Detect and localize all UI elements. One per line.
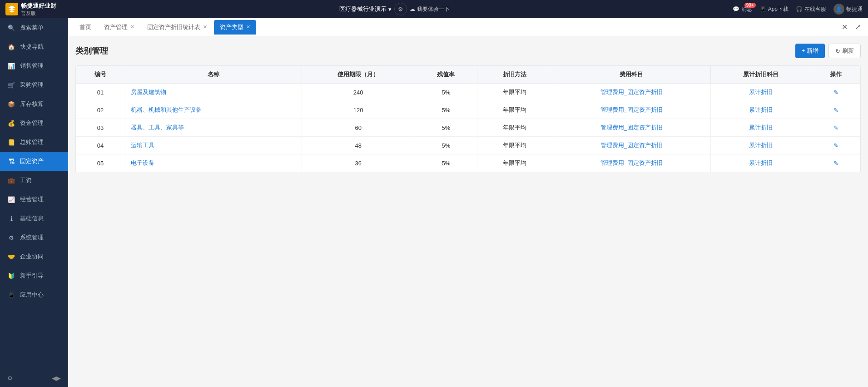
sidebar-label-appcenter: 应用中心 [20,291,44,299]
sidebar-item-enterprise[interactable]: 🤝 企业协同 [0,247,68,266]
tab-depreciation[interactable]: 固定资产折旧统计表 ✕ [141,20,213,35]
cell-name-2: 器具、工具、家具等 [125,119,302,137]
sidebar-item-fixed[interactable]: 🏗 固定资产 [0,152,68,171]
tab-asset-mgmt[interactable]: 资产管理 ✕ [98,20,140,35]
cell-accumulated-1: 累计折旧 [710,101,811,119]
table-row: 03 器具、工具、家具等 60 5% 年限平均 管理费用_固定资产折旧 累计折旧… [76,119,860,137]
cell-period-4: 36 [302,154,415,172]
edit-btn-0[interactable]: ✎ [833,89,838,96]
user-area[interactable]: 👤 畅捷通 [833,4,863,15]
home-icon: 🏠 [7,43,15,51]
ledger-icon: 📒 [7,138,15,146]
inventory-icon: 📦 [7,100,15,108]
top-bar-center: 医疗器械行业演示 ▾ ⚙ ☁ 我要体验一下 [339,3,450,15]
sidebar-item-salary[interactable]: 💼 工资 [0,171,68,190]
cell-expense-3: 管理费用_固定资产折旧 [552,137,710,154]
col-id: 编号 [76,66,125,84]
sidebar-item-guide[interactable]: 🔰 新手引导 [0,266,68,285]
sidebar-item-inventory[interactable]: 📦 库存核算 [0,94,68,114]
cell-period-3: 48 [302,137,415,154]
sidebar-item-quicknav[interactable]: 🏠 快捷导航 [0,37,68,56]
sidebar-item-appcenter[interactable]: 📱 应用中心 [0,285,68,304]
cell-expense-4: 管理费用_固定资产折旧 [552,154,710,172]
sidebar-item-capital[interactable]: 💰 资金管理 [0,114,68,133]
tab-close-btn[interactable]: ✕ [840,21,849,33]
col-residual: 残值率 [415,66,477,84]
page-actions: + 新增 ↻ 刷新 [795,44,861,58]
guide-icon: 🔰 [7,272,15,280]
cell-name-3: 运输工具 [125,137,302,154]
cell-action-4[interactable]: ✎ [811,154,860,172]
online-service-btn[interactable]: 🎧 在线客服 [796,5,826,13]
tab-asset-mgmt-close[interactable]: ✕ [130,24,134,30]
settings-icon[interactable]: ⚙ [394,3,407,15]
cell-method-3: 年限平均 [477,137,552,154]
top-bar-left: 畅捷通好业财 普及版 [5,2,56,17]
col-action: 操作 [811,66,860,84]
sidebar-item-system[interactable]: ⚙ 系统管理 [0,228,68,247]
edit-btn-2[interactable]: ✎ [833,124,838,131]
sidebar-item-operation[interactable]: 📈 经营管理 [0,190,68,209]
salary-icon: 💼 [7,176,15,184]
cloud-icon: ☁ [410,6,415,12]
tab-asset-type[interactable]: 资产类型 ✕ [214,20,256,35]
cell-action-3[interactable]: ✎ [811,137,860,154]
top-bar-right: 💬 消息 99+ 📱 App下载 🎧 在线客服 👤 畅捷通 [733,4,863,15]
system-icon: ⚙ [7,233,15,242]
cell-period-0: 240 [302,84,415,101]
edit-btn-1[interactable]: ✎ [833,107,838,114]
cell-expense-1: 管理费用_固定资产折旧 [552,101,710,119]
sidebar-item-purchase[interactable]: 🛒 采购管理 [0,75,68,94]
sidebar-item-search[interactable]: 🔍 搜索菜单 [0,18,68,37]
refresh-btn[interactable]: ↻ 刷新 [828,44,861,58]
table-row: 05 电子设备 36 5% 年限平均 管理费用_固定资产折旧 累计折旧 ✎ [76,154,860,172]
capital-icon: 💰 [7,119,15,127]
message-badge: 99+ [744,3,756,8]
cell-method-1: 年限平均 [477,101,552,119]
app-name: 畅捷通好业财 [21,2,56,10]
experience-btn[interactable]: ☁ 我要体验一下 [410,5,450,13]
sidebar-label-inventory: 库存核算 [20,100,44,108]
sidebar-label-purchase: 采购管理 [20,81,44,89]
message-icon: 💬 [733,6,739,12]
cell-name-0: 房屋及建筑物 [125,84,302,101]
enterprise-icon: 🤝 [7,253,15,261]
cell-method-0: 年限平均 [477,84,552,101]
basic-icon: ℹ [7,214,15,223]
sidebar-item-ledger[interactable]: 📒 总账管理 [0,133,68,152]
tab-asset-type-close[interactable]: ✕ [246,24,250,30]
cell-id-2: 03 [76,119,125,137]
col-method: 折旧方法 [477,66,552,84]
message-btn[interactable]: 💬 消息 99+ [733,5,752,13]
cell-action-1[interactable]: ✎ [811,101,860,119]
tab-home[interactable]: 首页 [74,20,97,35]
online-service-label: 在线客服 [804,5,826,13]
tab-depreciation-label: 固定资产折旧统计表 [147,23,200,31]
tab-depreciation-close[interactable]: ✕ [203,24,207,30]
download-icon: 📱 [759,6,766,12]
edit-btn-3[interactable]: ✎ [833,142,838,149]
tab-expand-btn[interactable]: ⤢ [853,21,863,33]
sidebar-collapse-btn[interactable]: ◀▶ [50,373,63,383]
cell-action-0[interactable]: ✎ [811,84,860,101]
cell-id-4: 05 [76,154,125,172]
cell-name-1: 机器、机械和其他生产设备 [125,101,302,119]
sidebar-settings-btn[interactable]: ⚙ [5,373,15,383]
fixed-icon: 🏗 [7,157,15,165]
dropdown-icon: ▾ [388,6,392,13]
page-content: 类别管理 + 新增 ↻ 刷新 编号 名称 使用期限（月） [68,36,868,387]
top-bar: 畅捷通好业财 普及版 医疗器械行业演示 ▾ ⚙ ☁ 我要体验一下 💬 消息 99… [0,0,868,18]
sidebar-label-system: 系统管理 [20,233,44,242]
edit-btn-4[interactable]: ✎ [833,160,838,167]
cell-residual-4: 5% [415,154,477,172]
cell-expense-0: 管理费用_固定资产折旧 [552,84,710,101]
company-selector[interactable]: 医疗器械行业演示 ▾ [339,5,392,13]
sidebar-item-basic[interactable]: ℹ 基础信息 [0,209,68,228]
tab-bar: 首页 资产管理 ✕ 固定资产折旧统计表 ✕ 资产类型 ✕ ✕ ⤢ [68,18,868,36]
cell-period-2: 60 [302,119,415,137]
col-accumulated: 累计折旧科目 [710,66,811,84]
cell-action-2[interactable]: ✎ [811,119,860,137]
new-btn[interactable]: + 新增 [795,44,825,58]
app-download-btn[interactable]: 📱 App下载 [759,5,789,13]
sidebar-item-sales[interactable]: 📊 销售管理 [0,56,68,75]
